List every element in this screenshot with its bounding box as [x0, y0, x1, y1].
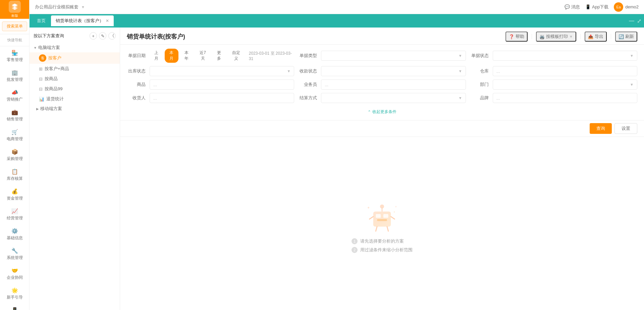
dept-label: 部门 — [470, 82, 489, 88]
content-area: 按以下方案查询 + ✎ 《 ▼ 电脑端方案 客 按客户 ⊞ 按客 — [30, 28, 644, 310]
receiver-field[interactable]: ... — [150, 93, 294, 103]
scheme-customer-product-icon: ⊞ — [39, 66, 43, 71]
sidebar-item-retail-label: 零售管理 — [7, 57, 23, 63]
scheme-customer-icon: 客 — [39, 54, 46, 62]
date-btn-current-month[interactable]: 本月 — [165, 49, 178, 63]
marketing-icon: 📣 — [11, 89, 18, 96]
setting-button[interactable]: 设置 — [614, 123, 637, 134]
refresh-button[interactable]: 🔄 刷新 — [615, 32, 637, 42]
search-menu-button[interactable]: 搜索菜单 — [2, 21, 27, 31]
app-download-button[interactable]: 📱 App下载 — [585, 4, 608, 10]
template-print-button[interactable]: 🖨️ 按模板打印 ▼ — [536, 32, 576, 42]
tab-close-icon[interactable]: ✕ — [106, 18, 109, 23]
edit-scheme-button[interactable]: ✎ — [99, 32, 106, 40]
logo-text: 标版 — [11, 13, 18, 18]
sidebar-item-purchase[interactable]: 📦 采购管理 — [0, 145, 29, 165]
scheme-return-icon: 📊 — [39, 97, 44, 102]
chevron-stock: ▼ — [287, 69, 290, 73]
scheme-item-by-product[interactable]: ⊟ 按商品 — [30, 74, 120, 84]
scheme-item-by-customer[interactable]: 客 按客户 — [30, 52, 120, 64]
collapse-panel-button[interactable]: 《 — [108, 32, 116, 40]
query-button[interactable]: 查询 — [590, 123, 612, 134]
date-btn-current-year[interactable]: 本年 — [180, 49, 194, 63]
sidebar-item-enterprise[interactable]: 🤝 企业协同 — [0, 264, 29, 284]
tab-home[interactable]: 首页 — [32, 15, 50, 26]
product-select[interactable]: ... — [150, 80, 294, 90]
dept-select[interactable]: ▼ — [493, 80, 637, 90]
tab-minimize-icon[interactable]: — — [629, 18, 634, 24]
app-logo[interactable]: 标版 — [0, 0, 29, 19]
payment-status-label: 收款状态 — [298, 68, 317, 74]
sidebar-search-area: 搜索菜单 — [0, 19, 29, 34]
scheme-group-mobile-header[interactable]: ▶ 移动端方案 — [30, 104, 120, 113]
receiver-select[interactable]: ... — [150, 93, 294, 103]
export-button[interactable]: 📤 导出 — [585, 32, 607, 42]
sidebar-item-newguide[interactable]: 🌟 新手引导 — [0, 284, 29, 304]
add-scheme-button[interactable]: + — [90, 32, 97, 40]
collapse-button[interactable]: ⌃ 收起更多条件 — [368, 109, 396, 115]
scheme-group-desktop-header[interactable]: ▼ 电脑端方案 — [30, 43, 120, 52]
sidebar-item-system[interactable]: 🔧 系统管理 — [0, 244, 29, 264]
chevron-print-icon: ▼ — [569, 35, 573, 39]
scheme-group-desktop-label: 电脑端方案 — [38, 45, 60, 51]
doc-type-field[interactable]: ▼ — [321, 51, 466, 61]
product-label: 商品 — [127, 82, 146, 88]
sidebar-item-finance[interactable]: 💰 资金管理 — [0, 185, 29, 205]
sidebar-item-basic[interactable]: ⚙️ 基础信息 — [0, 224, 29, 244]
filter-row-1: 单据日期 上月 本月 本年 近7天 更多 自定义 2023-03-01 至 20… — [127, 49, 637, 63]
scheme-item-by-product-99[interactable]: ⊟ 按商品99 — [30, 84, 120, 94]
salesperson-field[interactable]: ... — [321, 80, 466, 90]
sidebar-item-retail[interactable]: 🏪 零售管理 — [0, 46, 29, 66]
print-icon: 🖨️ — [539, 34, 545, 39]
brand-select[interactable]: ... — [493, 93, 637, 103]
date-btn-more[interactable]: 更多 — [212, 49, 226, 63]
expand-icon: ▼ — [34, 46, 37, 50]
newguide-icon: 🌟 — [11, 287, 18, 294]
empty-tips: 1 请先选择要分析的方案 2 用过滤条件来缩小分析范围 — [352, 238, 413, 253]
settlement-field[interactable]: ▼ — [321, 93, 466, 103]
payment-status-field[interactable]: ▼ — [321, 66, 466, 76]
tab-home-label: 首页 — [37, 18, 46, 24]
salesperson-select[interactable]: ... — [321, 80, 466, 90]
sidebar-item-inventory[interactable]: 📋 库存核算 — [0, 165, 29, 185]
date-btn-last-month[interactable]: 上月 — [150, 49, 163, 63]
payment-status-select[interactable]: ▼ — [321, 66, 466, 76]
product-field[interactable]: ... — [150, 80, 294, 90]
date-btn-custom[interactable]: 自定义 — [227, 49, 245, 63]
tip-num-2: 2 — [352, 247, 358, 253]
sidebar-item-wholesale-label: 批发管理 — [7, 77, 23, 83]
inventory-icon: 📋 — [11, 168, 18, 175]
scheme-item-return-stat-label: 退货统计 — [46, 96, 64, 102]
tab-maximize-icon[interactable]: ⤢ — [637, 18, 641, 24]
sidebar-item-wholesale[interactable]: 🏢 批发管理 — [0, 66, 29, 86]
warehouse-field[interactable]: ... — [493, 66, 637, 76]
sidebar-item-ecommerce[interactable]: 🛒 电商管理 — [0, 125, 29, 145]
help-button[interactable]: ❓ 帮助 — [505, 32, 528, 42]
page-header-actions: ❓ 帮助 🖨️ 按模板打印 ▼ 📤 导出 — [505, 32, 637, 42]
tab-sales-stat[interactable]: 销货单统计表（按客户） ✕ — [51, 15, 114, 26]
scheme-item-by-customer-product[interactable]: ⊞ 按客户+商品 — [30, 64, 120, 74]
retail-icon: 🏪 — [11, 50, 18, 56]
settlement-select[interactable]: ▼ — [321, 93, 466, 103]
doc-type-select[interactable]: ▼ — [321, 51, 466, 61]
stock-status-select[interactable]: ▼ — [150, 66, 294, 76]
sidebar-item-marketing[interactable]: 📣 营销推广 — [0, 86, 29, 106]
doc-status-select[interactable]: ▼ — [493, 51, 637, 61]
user-name: demo2 — [625, 4, 639, 9]
date-btn-last-7[interactable]: 近7天 — [195, 49, 211, 63]
stock-status-field[interactable]: ▼ — [150, 66, 294, 76]
filter-area: 单据日期 上月 本月 本年 近7天 更多 自定义 2023-03-01 至 20… — [120, 45, 644, 120]
scheme-item-return-stat[interactable]: 📊 退货统计 — [30, 94, 120, 104]
sidebar-item-appcenter[interactable]: 📱 应用中心 — [0, 304, 29, 310]
doc-status-field[interactable]: ▼ — [493, 51, 637, 61]
chevron-down-icon[interactable]: ▼ — [81, 5, 85, 9]
empty-tip-1: 1 请先选择要分析的方案 — [352, 238, 413, 244]
message-button[interactable]: 💬 消息 — [565, 4, 580, 10]
user-menu[interactable]: Ea demo2 — [614, 2, 639, 12]
warehouse-select[interactable]: ... — [493, 66, 637, 76]
right-panel: 销货单统计表(按客户) ❓ 帮助 🖨️ 按模板打印 ▼ 📤 — [120, 28, 644, 310]
sidebar-item-operation[interactable]: 📈 经营管理 — [0, 205, 29, 224]
sidebar-item-sales[interactable]: 💼 销售管理 — [0, 106, 29, 125]
dept-field[interactable]: ▼ — [493, 80, 637, 90]
brand-field[interactable]: ... — [493, 93, 637, 103]
